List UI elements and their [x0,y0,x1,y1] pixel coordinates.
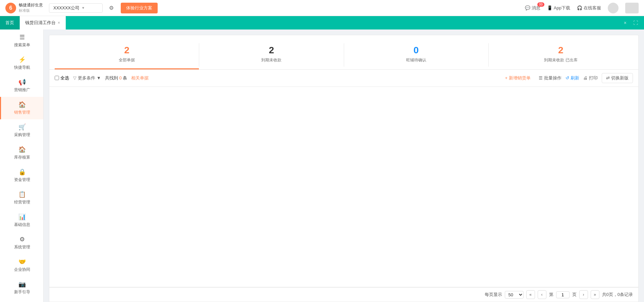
tab-workspace[interactable]: 钱货日清工作台 × [20,16,66,29]
pagination-bar: 每页显示 50 100 200 « ‹ 第 页 › » 共0页，0条记录 [49,287,639,302]
sidebar-item-inventory[interactable]: 🏠 库存核算 [0,142,43,164]
marketing-icon: 📢 [18,78,26,86]
batch-icon: ☰ [539,75,543,80]
company-selector[interactable]: XXXXXX公司 ▼ [49,3,103,13]
company-dropdown-arrow: ▼ [82,6,85,10]
sidebar-item-system[interactable]: ⚙ 系统管理 [0,232,43,254]
print-button[interactable]: 🖨 打印 [583,75,598,81]
online-service-button[interactable]: 🎧 在线客服 [577,5,601,11]
select-all-label: 全选 [60,75,69,81]
batch-operations-button[interactable]: ☰ 批量操作 [539,75,561,81]
message-badge: 99 [537,2,544,7]
stat-card-all[interactable]: 2 全部单据 [55,41,199,69]
guide-icon: 📷 [18,281,26,288]
sidebar-item-app-center[interactable]: 📦 应用中心 [0,299,43,302]
add-sales-order-button[interactable]: + 新增销货单 [501,73,535,83]
per-page-label: 每页显示 [485,292,502,298]
tab-home[interactable]: 首页 [0,16,20,29]
found-prefix: 共找到 [105,75,118,80]
stat-label-wangwang: 旺辅待确认 [351,57,482,63]
company-name: XXXXXX公司 [53,5,79,11]
sidebar-item-quick-nav-label: 快捷导航 [14,65,30,70]
prev-page-button[interactable]: ‹ [538,290,546,299]
user-avatar[interactable] [608,3,619,13]
next-page-button[interactable]: › [579,290,588,299]
sidebar-item-basic-info-label: 基础信息 [14,222,30,228]
found-count: 0 [119,75,122,80]
sidebar-item-sales[interactable]: 🏠 销售管理 [0,97,43,119]
basic-info-icon: 📊 [18,213,26,221]
app-download-label: App下载 [554,5,570,11]
settings-button[interactable]: ⚙ [106,3,117,13]
message-button[interactable]: 💬 消息 99 [525,5,540,11]
select-all-input[interactable] [55,76,59,80]
table-area [49,87,639,287]
sidebar-item-purchase[interactable]: 🛒 采购管理 [0,119,43,142]
tab-close-icon[interactable]: × [58,20,60,25]
sidebar-item-guide[interactable]: 📷 新手引导 [0,277,43,299]
sidebar-item-search-menu-label: 搜索菜单 [14,42,30,48]
main-layout: ☰ 搜索菜单 ⚡ 快捷导航 📢 营销推广 🏠 销售管理 🛒 采购管理 🏠 库存核… [0,29,644,302]
switch-version-button[interactable]: ⇄ 切换新版 [602,73,633,83]
stat-card-overdue[interactable]: 2 到期未收款 [199,41,343,69]
select-all-checkbox[interactable]: 全选 [55,75,69,81]
refresh-icon: ↺ [566,75,569,80]
found-unit: 条 [123,75,127,80]
sidebar-item-operations-label: 经营管理 [14,199,30,205]
print-icon: 🖨 [583,75,588,80]
stat-num-shipped: 2 [495,45,626,56]
stat-num-all: 2 [61,45,192,56]
filter-label: 更多条件 [78,75,95,81]
logo-area: 6 畅捷通好生意 标准版 [5,2,49,13]
stat-num-wangwang: 0 [351,45,482,56]
sidebar-item-finance[interactable]: 🔒 资金管理 [0,164,43,187]
sidebar-item-search-menu[interactable]: ☰ 搜索菜单 [0,29,43,52]
tab-close-window-button[interactable]: × [622,19,629,27]
sales-icon: 🏠 [18,101,26,108]
quick-nav-icon: ⚡ [18,56,26,63]
toolbar-left: 全选 ▽ 更多条件 ▼ 共找到 0 条 相关单据 [55,75,497,81]
sidebar-item-inventory-label: 库存核算 [14,155,30,160]
experience-industry-button[interactable]: 体验行业方案 [121,3,158,13]
logo-icon: 6 [5,3,16,13]
tab-workspace-label: 钱货日清工作台 [25,20,56,26]
sidebar-item-operations[interactable]: 📋 经营管理 [0,187,43,209]
user-name-area[interactable] [625,3,639,13]
sidebar-item-basic-info[interactable]: 📊 基础信息 [0,209,43,232]
total-records-label: 共0页，0条记录 [602,292,633,298]
per-page-select[interactable]: 50 100 200 [505,291,524,299]
related-docs-link[interactable]: 相关单据 [131,75,149,81]
logo-text: 畅捷通好生意 标准版 [19,2,43,13]
gear-icon: ⚙ [109,5,114,11]
page-number-input[interactable] [556,291,570,298]
sidebar-item-marketing[interactable]: 📢 营销推广 [0,74,43,97]
sidebar-item-sales-label: 销售管理 [14,110,30,115]
refresh-button[interactable]: ↺ 刷新 [566,75,579,81]
sidebar-item-cooperation[interactable]: 🤝 企业协同 [0,254,43,277]
sidebar-item-quick-nav[interactable]: ⚡ 快捷导航 [0,52,43,74]
stat-num-overdue: 2 [206,45,337,56]
sidebar: ☰ 搜索菜单 ⚡ 快捷导航 📢 营销推广 🏠 销售管理 🛒 采购管理 🏠 库存核… [0,29,44,302]
refresh-label: 刷新 [571,75,579,81]
finance-icon: 🔒 [18,168,26,176]
filter-button[interactable]: ▽ 更多条件 ▼ [73,75,101,81]
operations-icon: 📋 [18,191,26,198]
sidebar-item-marketing-label: 营销推广 [14,87,30,93]
app-download-button[interactable]: 📱 App下载 [547,5,570,11]
top-bar: 6 畅捷通好生意 标准版 XXXXXX公司 ▼ ⚙ 体验行业方案 💬 消息 99… [0,0,644,16]
add-icon: + [505,75,507,80]
switch-label: 切换新版 [611,75,629,81]
tab-home-label: 首页 [5,20,14,26]
stat-card-shipped[interactable]: 2 到期未收款 已出库 [489,41,633,69]
sidebar-item-system-label: 系统管理 [14,244,30,250]
search-menu-icon: ☰ [19,34,25,41]
top-bar-right: 💬 消息 99 📱 App下载 🎧 在线客服 [525,3,639,13]
toolbar: 全选 ▽ 更多条件 ▼ 共找到 0 条 相关单据 + 新增销货单 [49,69,639,87]
tab-bar: 首页 钱货日清工作台 × × ⛶ [0,16,644,29]
stat-card-wangwang[interactable]: 0 旺辅待确认 [344,41,488,69]
tab-expand-button[interactable]: ⛶ [631,19,640,27]
first-page-button[interactable]: « [526,290,535,299]
print-label: 打印 [589,75,598,81]
stats-row: 2 全部单据 2 到期未收款 0 旺辅待确认 2 到期未收款 已出库 [49,35,639,69]
last-page-button[interactable]: » [591,290,599,299]
